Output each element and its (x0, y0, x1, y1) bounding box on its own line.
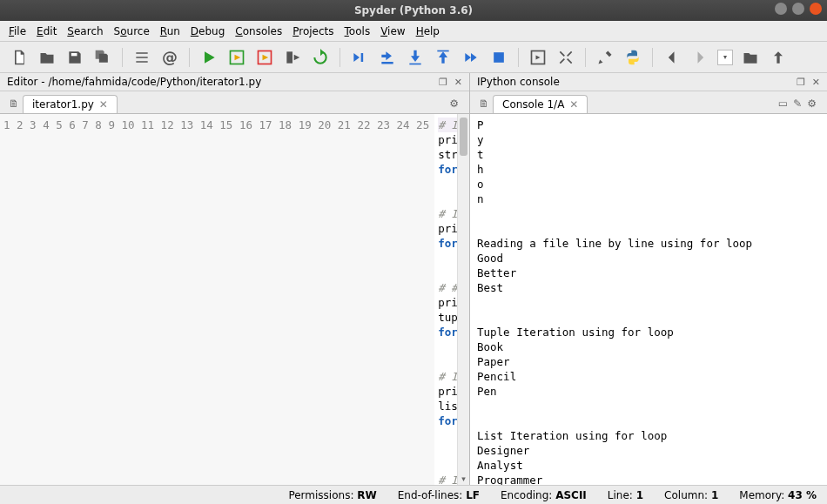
parent-dir-icon[interactable] (768, 47, 789, 68)
svg-rect-3 (381, 62, 393, 64)
debug-step-into-icon[interactable] (405, 47, 426, 68)
maximize-pane-icon[interactable] (528, 47, 548, 68)
status-bar: Permissions: RW End-of-lines: LF Encodin… (0, 485, 827, 504)
debug-continue-icon[interactable] (461, 47, 481, 68)
console-options-icon[interactable]: ⚙ (807, 97, 817, 110)
menu-run[interactable]: Run (160, 25, 180, 37)
status-column-value: 1 (711, 489, 718, 501)
menu-tools[interactable]: Tools (345, 25, 371, 37)
pane-close-icon[interactable]: ✕ (812, 77, 820, 88)
menu-debug[interactable]: Debug (191, 25, 225, 37)
run-cell-advance-icon[interactable] (254, 47, 275, 68)
code-editor[interactable]: 1 2 3 4 5 6 7 8 9 10 11 12 13 14 15 16 1… (0, 114, 469, 485)
rerun-icon[interactable] (310, 47, 331, 68)
window-title: Spyder (Python 3.6) (354, 4, 473, 17)
debug-step-over-icon[interactable] (377, 47, 398, 68)
close-tab-icon[interactable]: ✕ (99, 98, 108, 111)
window-minimize-button[interactable] (775, 3, 787, 15)
console-output[interactable]: P y t h o n Reading a file line by line … (470, 114, 827, 485)
editor-tab[interactable]: iterator1.py ✕ (23, 95, 118, 113)
menu-edit[interactable]: Edit (37, 25, 57, 37)
console-stop-icon[interactable]: ▭ (778, 97, 788, 110)
editor-options-icon[interactable]: ⚙ (449, 97, 464, 113)
close-tab-icon[interactable]: ✕ (569, 98, 578, 111)
editor-pane-title: Editor - /home/fahmida/code/Python/itera… (7, 76, 261, 88)
editor-scrollbar[interactable]: ▾ (457, 114, 469, 485)
console-tab[interactable]: Console 1/A ✕ (493, 95, 588, 113)
menubar: File Edit Search Source Run Debug Consol… (0, 21, 827, 42)
save-icon[interactable] (64, 47, 85, 68)
status-memory-label: Memory: (739, 489, 784, 501)
python-path-icon[interactable] (622, 47, 643, 68)
scrollbar-thumb[interactable] (460, 118, 467, 156)
save-all-icon[interactable] (92, 47, 113, 68)
status-column-label: Column: (664, 489, 708, 501)
outline-icon[interactable] (131, 47, 152, 68)
status-line-value: 1 (636, 489, 643, 501)
menu-projects[interactable]: Projects (292, 25, 333, 37)
svg-rect-0 (71, 53, 77, 56)
status-memory-value: 43 % (788, 489, 817, 501)
menu-file[interactable]: File (9, 25, 26, 37)
console-tab-label: Console 1/A (502, 98, 564, 111)
menu-source[interactable]: Source (114, 25, 150, 37)
menu-help[interactable]: Help (416, 25, 440, 37)
forward-icon[interactable] (689, 47, 710, 68)
open-file-icon[interactable] (37, 47, 57, 68)
status-eol-label: End-of-lines: (398, 489, 463, 501)
menu-consoles[interactable]: Consoles (235, 25, 282, 37)
console-pane-title: IPython console (477, 76, 560, 88)
pane-close-icon[interactable]: ✕ (454, 77, 462, 88)
menu-view[interactable]: View (380, 25, 405, 37)
console-pane: IPython console ❐ ✕ 🗎 Console 1/A ✕ ▭ ✎ … (470, 73, 827, 485)
status-line-label: Line: (608, 489, 633, 501)
svg-rect-6 (494, 52, 504, 63)
new-file-icon[interactable] (9, 47, 30, 68)
debug-step-icon[interactable] (349, 47, 370, 68)
svg-rect-5 (437, 50, 448, 51)
status-eol-value: LF (466, 489, 480, 501)
status-permissions-value: RW (357, 489, 376, 501)
fullscreen-icon[interactable] (555, 47, 576, 68)
file-browse-icon[interactable]: 🗎 (5, 97, 23, 113)
working-dir-dropdown[interactable]: ▾ (717, 50, 733, 65)
run-icon[interactable] (198, 47, 219, 68)
status-permissions-label: Permissions: (288, 489, 353, 501)
console-edit-icon[interactable]: ✎ (793, 97, 802, 110)
window-close-button[interactable] (810, 3, 822, 15)
debug-stop-icon[interactable] (488, 47, 509, 68)
debug-step-out-icon[interactable] (433, 47, 454, 68)
editor-pane: Editor - /home/fahmida/code/Python/itera… (0, 73, 470, 485)
run-cell-icon[interactable] (226, 47, 247, 68)
console-browse-icon[interactable]: 🗎 (475, 97, 493, 113)
window-titlebar: Spyder (Python 3.6) (0, 0, 827, 21)
back-icon[interactable] (662, 47, 682, 68)
preferences-icon[interactable] (595, 47, 615, 68)
pane-restore-icon[interactable]: ❐ (439, 77, 447, 88)
window-maximize-button[interactable] (792, 3, 804, 15)
at-icon[interactable]: @ (159, 47, 180, 68)
main-toolbar: @ ▾ (0, 42, 827, 73)
pane-restore-icon[interactable]: ❐ (797, 77, 805, 88)
status-encoding-value: ASCII (555, 489, 587, 501)
scrollbar-down-icon[interactable]: ▾ (460, 474, 467, 485)
editor-tab-label: iterator1.py (32, 98, 94, 111)
menu-search[interactable]: Search (67, 25, 103, 37)
run-selection-icon[interactable] (282, 47, 303, 68)
status-encoding-label: Encoding: (501, 489, 552, 501)
svg-rect-4 (409, 63, 420, 64)
browse-dir-icon[interactable] (740, 47, 761, 68)
